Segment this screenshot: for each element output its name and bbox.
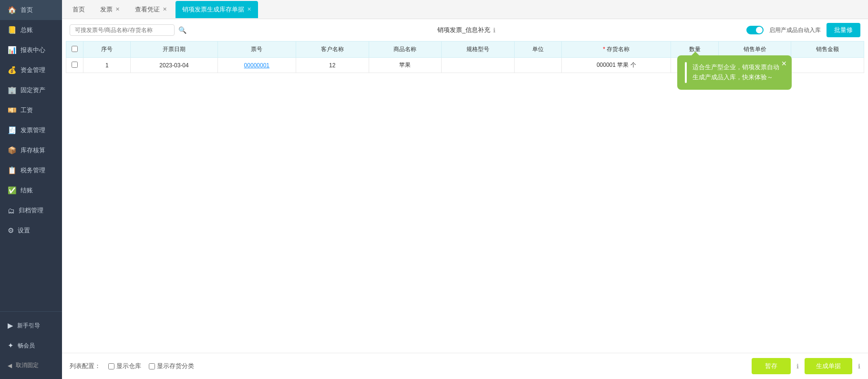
header-customer: 客户名称 (296, 42, 369, 58)
assets-icon: 🏢 (8, 86, 17, 95)
show-warehouse-checkbox[interactable] (108, 363, 114, 369)
show-category-checkbox-label[interactable]: 显示存货分类 (149, 362, 194, 370)
center-info: 销项发票_信息补充 ℹ (437, 26, 496, 34)
header-amount: 销售金额 (791, 42, 864, 58)
invoices-icon: 🧾 (8, 126, 17, 135)
member-icon: ✦ (8, 341, 14, 350)
tab-home[interactable]: 首页 (66, 1, 92, 18)
cell-ticket-no[interactable]: 00000001 (217, 58, 296, 73)
header-inventory: 存货名称 (562, 42, 671, 58)
header-ticket-no: 票号 (217, 42, 296, 58)
toggle-slider (746, 26, 764, 34)
tooltip-popup: ✕ 适合生产型企业，销项发票自动生成产成品入库，快来体验～ (677, 55, 792, 90)
footer-config: 列表配置： 显示仓库 显示存货分类 (70, 362, 194, 370)
info-icon[interactable]: ℹ (493, 27, 496, 34)
sidebar-item-close-accounts[interactable]: ✅ 结账 (0, 180, 62, 200)
close-voucher-tab-icon[interactable]: ✕ (163, 6, 167, 12)
tab-view-voucher[interactable]: 查看凭证 ✕ (128, 1, 174, 18)
tax-icon: 📋 (8, 166, 17, 175)
header-checkbox-cell (66, 42, 83, 58)
sidebar-item-funds[interactable]: 💰 资金管理 (0, 60, 62, 80)
sidebar-item-reports[interactable]: 📊 报表中心 (0, 40, 62, 60)
search-button[interactable]: 🔍 (178, 26, 186, 34)
sidebar-item-assets[interactable]: 🏢 固定资产 (0, 80, 62, 100)
sidebar-item-salary[interactable]: 💴 工资 (0, 100, 62, 120)
guide-icon: ▶ (8, 321, 13, 330)
auto-warehouse-toggle[interactable] (746, 26, 764, 34)
close-accounts-icon: ✅ (8, 186, 17, 195)
close-generate-tab-icon[interactable]: ✕ (247, 6, 251, 12)
generate-button[interactable]: 生成单据 (805, 358, 852, 374)
tab-invoice[interactable]: 发票 ✕ (93, 1, 126, 18)
sidebar-item-invoices[interactable]: 🧾 发票管理 (0, 120, 62, 140)
inventory-icon: 📦 (8, 146, 17, 155)
sidebar-item-tax[interactable]: 📋 税务管理 (0, 160, 62, 180)
save-info-icon[interactable]: ℹ (796, 363, 799, 370)
cell-inventory[interactable]: 000001 苹果 个 (562, 58, 671, 73)
sidebar-item-guide[interactable]: ▶ 新手引导 (0, 316, 62, 336)
tab-bar: 首页 发票 ✕ 查看凭证 ✕ 销项发票生成库存单据 ✕ (62, 0, 868, 19)
tooltip-text: 适合生产型企业，销项发票自动生成产成品入库，快来体验～ (692, 63, 783, 83)
header-unit: 单位 (514, 42, 561, 58)
sidebar-item-home[interactable]: 🏠 首页 (0, 0, 62, 20)
funds-icon: 💰 (8, 66, 17, 74)
header-product: 商品名称 (369, 42, 442, 58)
sidebar: 🏠 首页 📒 总账 📊 报表中心 💰 资金管理 🏢 固定资产 💴 工资 🧾 发票… (0, 0, 62, 379)
cell-customer: 12 (296, 58, 369, 73)
sidebar-item-inventory[interactable]: 📦 库存核算 (0, 140, 62, 160)
cell-seq: 1 (83, 58, 131, 73)
sidebar-item-member[interactable]: ✦ 畅会员 (0, 336, 62, 356)
generate-info-icon[interactable]: ℹ (858, 363, 860, 370)
row-checkbox-cell (66, 58, 83, 73)
footer: 列表配置： 显示仓库 显示存货分类 暂存 ℹ 生成单据 ℹ (62, 353, 868, 379)
tooltip-close-icon[interactable]: ✕ (781, 58, 787, 69)
search-input[interactable] (70, 24, 175, 36)
tab-generate-inventory[interactable]: 销项发票生成库存单据 ✕ (176, 1, 258, 18)
header-spec: 规格型号 (442, 42, 515, 58)
toolbar: 🔍 销项发票_信息补充 ℹ 启用产成品自动入库 批量修 (62, 19, 868, 41)
salary-icon: 💴 (8, 106, 17, 115)
page-content: 🔍 销项发票_信息补充 ℹ 启用产成品自动入库 批量修 ✕ 适合生产型企业 (62, 19, 868, 379)
show-category-checkbox[interactable] (149, 363, 155, 369)
sidebar-item-settings[interactable]: ⚙ 设置 (0, 221, 62, 241)
cell-date: 2023-03-04 (131, 58, 217, 73)
cell-unit (514, 58, 561, 73)
header-date: 开票日期 (131, 42, 217, 58)
table-container: ✕ 适合生产型企业，销项发票自动生成产成品入库，快来体验～ 序号 开票日期 票号… (62, 41, 868, 353)
search-area: 🔍 (70, 24, 186, 36)
tooltip-bar (685, 62, 687, 83)
batch-button[interactable]: 批量修 (827, 23, 860, 37)
close-invoice-tab-icon[interactable]: ✕ (115, 6, 120, 12)
sidebar-item-ledger[interactable]: 📒 总账 (0, 20, 62, 40)
toggle-label: 启用产成品自动入库 (769, 26, 821, 34)
sidebar-item-archive[interactable]: 🗂 归档管理 (0, 200, 62, 221)
header-seq: 序号 (83, 42, 131, 58)
cell-spec (442, 58, 515, 73)
config-label: 列表配置： (70, 362, 101, 370)
reports-icon: 📊 (8, 46, 17, 54)
row-checkbox[interactable] (72, 62, 78, 68)
unpin-icon: ◀ (8, 362, 12, 369)
unpin-action[interactable]: ◀ 取消固定 (0, 356, 62, 375)
save-button[interactable]: 暂存 (752, 358, 791, 374)
main-area: 首页 发票 ✕ 查看凭证 ✕ 销项发票生成库存单据 ✕ 🔍 销项发票_信息补充 … (62, 0, 868, 379)
show-warehouse-checkbox-label[interactable]: 显示仓库 (108, 362, 141, 370)
cell-product: 苹果 (369, 58, 442, 73)
cell-amount (791, 58, 864, 73)
settings-icon: ⚙ (8, 226, 14, 235)
select-all-checkbox[interactable] (72, 46, 78, 52)
right-toolbar: 启用产成品自动入库 批量修 (746, 23, 860, 37)
archive-icon: 🗂 (8, 207, 15, 215)
home-icon: 🏠 (8, 6, 17, 14)
ledger-icon: 📒 (8, 26, 17, 34)
footer-actions: 暂存 ℹ 生成单据 ℹ (752, 358, 860, 374)
